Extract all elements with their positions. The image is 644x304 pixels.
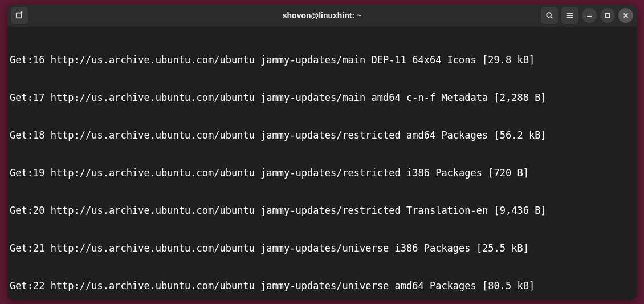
- minimize-icon: [586, 13, 592, 18]
- new-tab-button[interactable]: [11, 7, 28, 24]
- output-line: Get:17 http://us.archive.ubuntu.com/ubun…: [10, 91, 634, 104]
- menu-button[interactable]: [561, 7, 578, 24]
- window-title: shovon@linuxhint: ~: [283, 11, 361, 20]
- svg-rect-0: [17, 13, 22, 18]
- titlebar: shovon@linuxhint: ~: [7, 5, 637, 27]
- minimize-button[interactable]: [582, 8, 597, 23]
- new-tab-icon: [15, 11, 23, 19]
- close-button[interactable]: [618, 8, 633, 23]
- output-line: Get:19 http://us.archive.ubuntu.com/ubun…: [10, 167, 634, 179]
- svg-rect-9: [606, 14, 610, 18]
- search-button[interactable]: [541, 7, 558, 24]
- output-line: Get:16 http://us.archive.ubuntu.com/ubun…: [10, 54, 634, 66]
- hamburger-icon: [566, 11, 574, 19]
- terminal-output[interactable]: Get:16 http://us.archive.ubuntu.com/ubun…: [7, 27, 637, 300]
- svg-line-4: [551, 17, 552, 18]
- svg-point-3: [547, 13, 551, 17]
- output-line: Get:20 http://us.archive.ubuntu.com/ubun…: [10, 204, 634, 217]
- close-icon: [623, 13, 629, 18]
- maximize-icon: [605, 13, 610, 18]
- maximize-button[interactable]: [600, 8, 615, 23]
- search-icon: [545, 11, 553, 19]
- output-line: Get:18 http://us.archive.ubuntu.com/ubun…: [10, 129, 634, 141]
- output-line: Get:21 http://us.archive.ubuntu.com/ubun…: [10, 242, 634, 254]
- output-line: Get:22 http://us.archive.ubuntu.com/ubun…: [10, 279, 634, 292]
- terminal-window: shovon@linuxhint: ~ Get:16 http://us.arc…: [7, 5, 637, 300]
